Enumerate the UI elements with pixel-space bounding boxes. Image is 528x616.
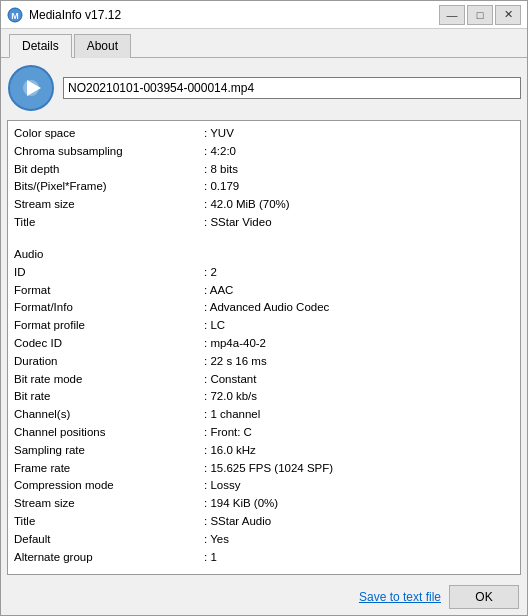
info-value: : 42.0 MiB (70%): [204, 196, 514, 214]
info-key: Channel(s): [14, 406, 204, 424]
table-row: Stream size: 42.0 MiB (70%): [14, 196, 514, 214]
info-key: Default: [14, 531, 204, 549]
tab-details[interactable]: Details: [9, 34, 72, 58]
table-row: Frame rate: 15.625 FPS (1024 SPF): [14, 460, 514, 478]
table-row: Codec ID: mp4a-40-2: [14, 335, 514, 353]
info-key: Compression mode: [14, 477, 204, 495]
info-value: : SStar Video: [204, 214, 514, 232]
info-value: : 1: [204, 549, 514, 567]
table-row: Chroma subsampling: 4:2:0: [14, 143, 514, 161]
table-row: Bits/(Pixel*Frame): 0.179: [14, 178, 514, 196]
info-key: Frame rate: [14, 460, 204, 478]
ok-button[interactable]: OK: [449, 585, 519, 609]
info-value: : AAC: [204, 282, 514, 300]
info-value: : 16.0 kHz: [204, 442, 514, 460]
table-row: Bit rate: 72.0 kb/s: [14, 388, 514, 406]
section-title: Audio: [14, 246, 514, 264]
info-key: Format: [14, 282, 204, 300]
info-value: : SStar Audio: [204, 513, 514, 531]
info-key: Color space: [14, 125, 204, 143]
table-row: Format profile: LC: [14, 317, 514, 335]
table-row: Alternate group: 1: [14, 549, 514, 567]
info-key: Bits/(Pixel*Frame): [14, 178, 204, 196]
table-row: Duration: 22 s 16 ms: [14, 353, 514, 371]
bottom-bar: Save to text file OK: [1, 581, 527, 615]
info-key: Bit depth: [14, 161, 204, 179]
info-key: Duration: [14, 353, 204, 371]
info-value: : 4:2:0: [204, 143, 514, 161]
table-row: Channel positions: Front: C: [14, 424, 514, 442]
info-value: : mp4a-40-2: [204, 335, 514, 353]
table-row: Sampling rate: 16.0 kHz: [14, 442, 514, 460]
main-window: M MediaInfo v17.12 — □ ✕ Details About: [0, 0, 528, 616]
info-key: Alternate group: [14, 549, 204, 567]
content-area: Color space: YUVChroma subsampling: 4:2:…: [1, 58, 527, 581]
info-key: Channel positions: [14, 424, 204, 442]
tab-about[interactable]: About: [74, 34, 131, 58]
tabs-bar: Details About: [1, 29, 527, 58]
info-key: Stream size: [14, 196, 204, 214]
svg-text:M: M: [11, 11, 19, 21]
empty-line: [14, 567, 514, 573]
empty-line: [14, 232, 514, 238]
info-value: : 1 channel: [204, 406, 514, 424]
title-bar: M MediaInfo v17.12 — □ ✕: [1, 1, 527, 29]
info-value: : Lossy: [204, 477, 514, 495]
info-value: : YUV: [204, 125, 514, 143]
info-panel[interactable]: Color space: YUVChroma subsampling: 4:2:…: [7, 120, 521, 575]
info-key: Stream size: [14, 495, 204, 513]
info-value: : 0.179: [204, 178, 514, 196]
info-value: : 22 s 16 ms: [204, 353, 514, 371]
table-row: Default: Yes: [14, 531, 514, 549]
file-icon: [7, 64, 55, 112]
info-key: Sampling rate: [14, 442, 204, 460]
window-title: MediaInfo v17.12: [29, 8, 439, 22]
table-row: Color space: YUV: [14, 125, 514, 143]
info-value: : Yes: [204, 531, 514, 549]
info-value: : Front: C: [204, 424, 514, 442]
table-row: Bit depth: 8 bits: [14, 161, 514, 179]
close-button[interactable]: ✕: [495, 5, 521, 25]
window-controls: — □ ✕: [439, 5, 521, 25]
info-value: : 72.0 kb/s: [204, 388, 514, 406]
info-key: ID: [14, 264, 204, 282]
table-row: Stream size: 194 KiB (0%): [14, 495, 514, 513]
info-value: : Advanced Audio Codec: [204, 299, 514, 317]
table-row: Channel(s): 1 channel: [14, 406, 514, 424]
info-value: : Constant: [204, 371, 514, 389]
info-key: Format profile: [14, 317, 204, 335]
table-row: ID: 2: [14, 264, 514, 282]
info-key: Format/Info: [14, 299, 204, 317]
info-key: Chroma subsampling: [14, 143, 204, 161]
table-row: Bit rate mode: Constant: [14, 371, 514, 389]
app-icon: M: [7, 7, 23, 23]
info-key: Codec ID: [14, 335, 204, 353]
table-row: Format/Info: Advanced Audio Codec: [14, 299, 514, 317]
save-to-text-button[interactable]: Save to text file: [359, 590, 441, 604]
info-key: Bit rate: [14, 388, 204, 406]
table-row: Title: SStar Video: [14, 214, 514, 232]
info-key: Title: [14, 513, 204, 531]
info-key: Title: [14, 214, 204, 232]
file-row: [7, 64, 521, 112]
info-value: : 194 KiB (0%): [204, 495, 514, 513]
maximize-button[interactable]: □: [467, 5, 493, 25]
info-value: : 15.625 FPS (1024 SPF): [204, 460, 514, 478]
minimize-button[interactable]: —: [439, 5, 465, 25]
info-value: : 8 bits: [204, 161, 514, 179]
info-value: : LC: [204, 317, 514, 335]
info-value: : 2: [204, 264, 514, 282]
table-row: Compression mode: Lossy: [14, 477, 514, 495]
file-name-input[interactable]: [63, 77, 521, 99]
table-row: Title: SStar Audio: [14, 513, 514, 531]
info-key: Bit rate mode: [14, 371, 204, 389]
table-row: Format: AAC: [14, 282, 514, 300]
